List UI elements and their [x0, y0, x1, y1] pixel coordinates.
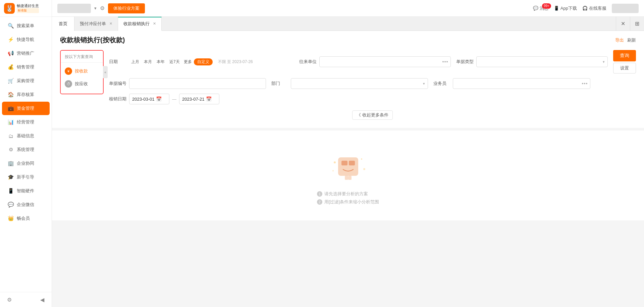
sidebar-item-marketing[interactable]: 📢 营销推广 — [2, 47, 50, 60]
query-button[interactable]: 查询 — [613, 50, 636, 61]
tab-prepay[interactable]: 预付冲应付单 ✕ — [74, 17, 118, 31]
filter-by-receipt-label: 按收款 — [75, 68, 88, 74]
receivable-icon: ⏱ — [65, 80, 72, 88]
sidebar-item-inventory[interactable]: 🏠 库存核算 — [2, 88, 50, 101]
staff-dot2 — [584, 83, 585, 84]
tab-home[interactable]: 首页 — [52, 17, 74, 31]
sidebar-item-sales[interactable]: 💰 销售管理 — [2, 60, 50, 74]
verify-date-start-calendar-icon[interactable]: 📅 — [156, 96, 162, 102]
collapse-sidebar-icon[interactable]: ◀ — [38, 296, 46, 304]
topbar-chevron-icon[interactable]: ▾ — [94, 6, 97, 11]
export-button[interactable]: 导出 — [615, 37, 624, 43]
counterpart-label: 往来单位 — [299, 59, 317, 65]
counterpart-input[interactable] — [319, 56, 451, 67]
sidebar-item-search[interactable]: 🔍 搜索菜单 — [2, 19, 50, 33]
service-icon: 🎧 — [582, 6, 588, 11]
message-icon: 💬 — [533, 6, 538, 11]
sidebar-item-quicknav[interactable]: ⚡ 快捷导航 — [2, 33, 50, 46]
sidebar-label-wechat: 企业微信 — [17, 202, 34, 208]
date-last-month-btn[interactable]: 上月 — [129, 58, 141, 65]
sidebar-item-member[interactable]: 👑 畅会员 — [2, 212, 50, 225]
industry-solution-button[interactable]: 体验行业方案 — [108, 3, 145, 13]
settings-button[interactable]: 设置 — [613, 63, 636, 73]
sidebar-label-system: 系统管理 — [17, 147, 34, 153]
sidebar-label-newbie: 新手引导 — [17, 174, 34, 180]
sidebar-item-enterprise[interactable]: 🏢 企业协同 — [2, 157, 50, 170]
page-actions: 导出 刷新 — [615, 37, 636, 43]
tab-close-all-icon[interactable]: ✕ — [616, 17, 630, 31]
staff-input[interactable] — [453, 78, 590, 89]
sidebar-item-purchase[interactable]: 🛒 采购管理 — [2, 74, 50, 88]
tab-maximize-icon[interactable]: ⊞ — [630, 17, 644, 31]
verify-date-end-input[interactable]: 2023-07-21 📅 — [179, 94, 219, 104]
sidebar-item-newbie[interactable]: 🎓 新手引导 — [2, 170, 50, 184]
dept-select[interactable]: ▾ — [291, 78, 428, 89]
filter-by-receivable-label: 按应收 — [75, 81, 88, 87]
dot1 — [442, 61, 444, 62]
finance-icon: 💼 — [7, 105, 14, 112]
date-7days-btn[interactable]: 近7天 — [167, 58, 182, 65]
messages-button[interactable]: 💬 消息 99+ — [533, 5, 548, 11]
empty-hint-1: 1 请先选择要分析的方案 — [317, 191, 379, 197]
scheme-panel-collapse-icon[interactable]: « — [103, 66, 108, 78]
counterpart-field: 往来单位 — [299, 56, 451, 67]
sidebar-label-basic: 基础信息 — [17, 133, 34, 139]
app-edition: 标准版 — [17, 8, 39, 13]
doc-no-label: 单据编号 — [109, 81, 126, 87]
app-download-label: App下载 — [560, 5, 577, 11]
service-label: 在线客服 — [589, 5, 606, 11]
logo-icon: 🐰 — [4, 3, 15, 14]
doc-no-input[interactable] — [129, 78, 266, 89]
doc-no-field: 单据编号 — [109, 78, 266, 89]
verify-date-start-text: 2023-03-01 — [132, 97, 155, 102]
sidebar-label-sales: 销售管理 — [17, 64, 34, 70]
verify-date-end-text: 2023-07-21 — [182, 97, 205, 102]
tabbar: 首页 预付冲应付单 ✕ 收款核销执行 ✕ ✕ ⊞ — [52, 17, 644, 31]
topbar-gear-icon[interactable]: ⚙ — [100, 5, 105, 11]
date-more-btn[interactable]: 更多 — [182, 58, 193, 65]
refresh-button[interactable]: 刷新 — [627, 37, 636, 43]
sidebar-label-hardware: 智能硬件 — [17, 188, 34, 194]
sidebar-item-system[interactable]: ⚙ 系统管理 — [2, 143, 50, 156]
app-icon: 📱 — [554, 6, 559, 11]
svg-rect-0 — [338, 157, 358, 176]
filter-by-receivable-option[interactable]: ⏱ 按应收 — [61, 78, 103, 90]
empty-hint-2: 2 用[过滤]条件来缩小分析范围 — [317, 199, 379, 205]
date-custom-btn[interactable]: 自定义 — [194, 58, 213, 65]
hint-num-2: 2 — [317, 199, 322, 205]
settings-footer-icon[interactable]: ⚙ — [5, 296, 13, 304]
app-name: 畅捷通好生意 — [17, 3, 39, 8]
date-this-month-btn[interactable]: 本月 — [142, 58, 154, 65]
verify-date-start-input[interactable]: 2023-03-01 📅 — [129, 94, 169, 104]
sidebar-label-enterprise: 企业协同 — [17, 160, 34, 166]
sidebar-item-hardware[interactable]: 📱 智能硬件 — [2, 184, 50, 198]
sidebar-label-member: 畅会员 — [17, 215, 30, 221]
hint-text-1: 请先选择要分析的方案 — [324, 191, 368, 197]
wechat-icon: 💬 — [7, 201, 14, 208]
tab-prepay-close-icon[interactable]: ✕ — [109, 21, 112, 26]
user-profile[interactable] — [612, 4, 639, 13]
staff-dot3 — [586, 83, 587, 84]
sidebar-item-basic[interactable]: 🗂 基础信息 — [2, 129, 50, 143]
date-range-text: 不限 至 2023-07-26 — [218, 59, 294, 65]
filter-area: 按以下方案查询 ¥ 按收款 ⏱ 按应收 « 日期 上 — [52, 45, 644, 128]
collapse-more-button[interactable]: 《 收起更多条件 — [352, 110, 393, 120]
topbar-left: ▾ ⚙ 体验行业方案 — [57, 3, 145, 13]
online-service-button[interactable]: 🎧 在线客服 — [582, 5, 606, 11]
svg-point-8 — [363, 168, 365, 170]
tab-receivable-close-icon[interactable]: ✕ — [153, 21, 156, 26]
date-this-year-btn[interactable]: 本年 — [155, 58, 167, 65]
verify-date-group: 2023-03-01 📅 — 2023-07-21 📅 — [129, 94, 219, 104]
filter-row-3: 核销日期 2023-03-01 📅 — 2023-07-21 📅 — [109, 94, 636, 104]
app-download-button[interactable]: 📱 App下载 — [554, 5, 577, 11]
verify-date-end-calendar-icon[interactable]: 📅 — [206, 96, 212, 102]
sidebar-item-finance[interactable]: 💼 资金管理 — [2, 102, 50, 115]
dot2 — [444, 61, 446, 62]
tab-receivable[interactable]: 收款核销执行 ✕ — [118, 17, 162, 31]
tabbar-right-actions: ✕ ⊞ — [616, 17, 644, 31]
sidebar-item-business[interactable]: 📊 经营管理 — [2, 115, 50, 129]
sidebar-label-business: 经营管理 — [17, 119, 34, 125]
sidebar-item-wechat[interactable]: 💬 企业微信 — [2, 198, 50, 211]
doc-type-select[interactable]: ▾ — [476, 56, 608, 67]
filter-by-receipt-option[interactable]: ¥ 按收款 — [61, 65, 103, 78]
